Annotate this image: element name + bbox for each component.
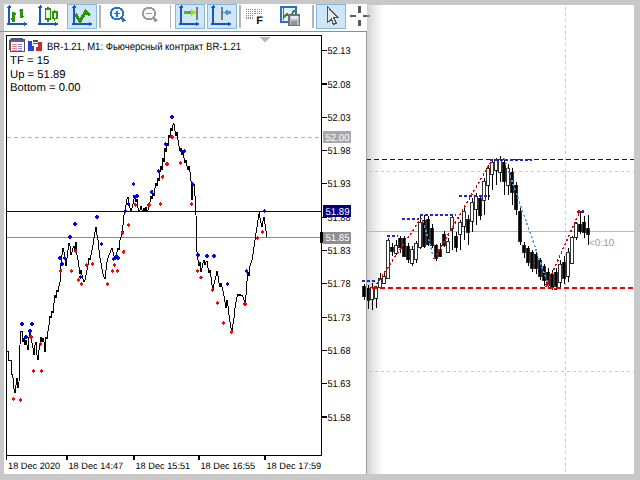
svg-text:52.03: 52.03 xyxy=(328,113,351,124)
svg-text:52.00: 52.00 xyxy=(326,133,350,144)
svg-text:BR-1.21, M1: Фьючерсный контр: BR-1.21, M1: Фьючерсный контракт BR-1.21 xyxy=(47,41,241,53)
svg-text:Bottom = 0.00: Bottom = 0.00 xyxy=(10,82,81,94)
svg-text:18 Dec 2020: 18 Dec 2020 xyxy=(8,461,60,471)
svg-text:Up = 51.89: Up = 51.89 xyxy=(10,69,66,81)
svg-text:52.08: 52.08 xyxy=(328,80,351,91)
svg-text:F: F xyxy=(256,15,263,27)
svg-text:18 Dec 15:51: 18 Dec 15:51 xyxy=(136,461,191,471)
svg-text:TF = 15: TF = 15 xyxy=(10,55,49,67)
svg-text:51.78: 51.78 xyxy=(328,279,351,290)
svg-text:<0:10: <0:10 xyxy=(589,238,615,249)
svg-text:51.93: 51.93 xyxy=(328,179,351,190)
svg-text:51.89: 51.89 xyxy=(326,207,350,218)
svg-text:18 Dec 17:59: 18 Dec 17:59 xyxy=(267,461,322,471)
svg-text:51.58: 51.58 xyxy=(328,413,351,424)
svg-text:51.83: 51.83 xyxy=(328,246,351,257)
svg-text:18 Dec 16:55: 18 Dec 16:55 xyxy=(201,461,256,471)
svg-text:51.68: 51.68 xyxy=(328,346,351,357)
svg-text:51.85: 51.85 xyxy=(326,233,350,244)
svg-text:18 Dec 14:47: 18 Dec 14:47 xyxy=(69,461,124,471)
svg-text:52.13: 52.13 xyxy=(328,46,351,57)
svg-text:51.98: 51.98 xyxy=(328,146,351,157)
svg-text:51.73: 51.73 xyxy=(328,313,351,324)
svg-text:51.63: 51.63 xyxy=(328,379,351,390)
